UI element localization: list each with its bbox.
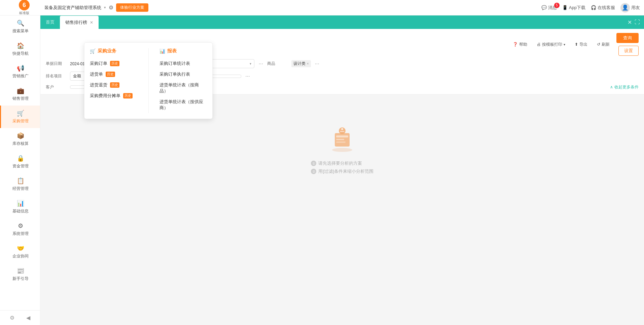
message-icon: 💬 (541, 5, 547, 10)
tab-home-label: 首页 (46, 19, 55, 25)
dropdown-item-inbound-return[interactable]: 进货退货 历史 (90, 80, 138, 90)
print-icon: 🖨 (537, 42, 541, 47)
goods-tag-text: 设计类 (293, 61, 306, 67)
export-button[interactable]: ⬆ 导出 (572, 40, 590, 49)
sidebar-label-quick-nav: 快捷导航 (12, 51, 29, 56)
messages-button[interactable]: 💬 消息 5 (541, 5, 557, 11)
dropdown-label-po-execution: 采购订单执行表 (159, 71, 190, 77)
tab-close-icon[interactable]: ✕ (90, 20, 93, 25)
dropdown-label-inbound-return: 进货退货 (90, 82, 107, 88)
goods-tag-close[interactable]: × (307, 62, 309, 66)
rank-select-value: 金额 (73, 73, 81, 79)
enterprise-icon: 🤝 (17, 245, 24, 252)
dropdown-item-inbound-stats-goods[interactable]: 进货单统计表（按商品） (159, 80, 207, 96)
sidebar-label-operations: 经营管理 (12, 186, 29, 192)
hint-2-num: ② (311, 169, 316, 174)
tab-sales-ranking-label: 销售排行榜 (65, 19, 87, 26)
sidebar-item-inventory[interactable]: 📦 库存核算 (0, 128, 40, 151)
sidebar-label-marketing: 营销推广 (12, 73, 29, 79)
system-dropdown-arrow[interactable]: ▾ (104, 5, 106, 10)
help-label: 帮助 (519, 42, 527, 47)
sidebar-item-guide[interactable]: 📰 新手引导 (0, 263, 40, 286)
main-layout: 🔍 搜索菜单 🏠 快捷导航 📢 营销推广 💼 销售管理 🛒 采购管理 📦 库存核… (0, 15, 644, 325)
purchase-col-title: 🛒 采购业务 (90, 48, 138, 54)
dropdown-item-inbound[interactable]: 进货单 历史 (90, 69, 138, 80)
help-button[interactable]: ❓ 帮助 (510, 40, 530, 49)
report-col-title-text: 报表 (167, 48, 177, 54)
refresh-label: 刷新 (602, 42, 610, 47)
status-select-arrow: ▾ (250, 62, 251, 66)
query-button[interactable]: 查询 (616, 33, 639, 43)
sidebar-item-system[interactable]: ⚙ 系统管理 (0, 218, 40, 241)
sidebar-item-enterprise[interactable]: 🤝 企业协同 (0, 241, 40, 263)
page-content: ❓ 帮助 🖨 按模板打印 ▾ ⬆ 导出 ↺ (40, 29, 644, 325)
capital-icon: 🔒 (17, 155, 24, 162)
online-service-label: 在线客服 (598, 5, 615, 11)
purchase-col: 🛒 采购业务 采购订单 历史 进货单 历史 进货退货 历史 (90, 48, 138, 113)
user-area[interactable]: 👤 用友 (620, 3, 640, 12)
collapse-button[interactable]: ∧ 收起更多条件 (610, 84, 639, 90)
sales-icon: 💼 (17, 87, 24, 94)
export-icon: ⬆ (575, 42, 578, 47)
sidebar-item-quick-nav[interactable]: 🏠 快捷导航 (0, 38, 40, 60)
history-badge-2: 历史 (110, 82, 119, 88)
purchase-icon: 🛒 (17, 110, 24, 117)
sidebar-footer: ⚙ ◀ (0, 310, 40, 325)
salesperson-more-btn[interactable]: ··· (245, 73, 250, 79)
settings-button[interactable]: 设置 (618, 46, 639, 56)
dropdown-item-po-execution[interactable]: 采购订单执行表 (159, 69, 207, 80)
sidebar-item-basic-info[interactable]: 📊 基础信息 (0, 196, 40, 218)
dropdown-item-purchase-order[interactable]: 采购订单 历史 (90, 58, 138, 69)
dropdown-label-inbound-stats-supplier: 进货单统计表（按供应商） (159, 99, 207, 111)
system-settings-icon[interactable]: ⚙ (109, 4, 113, 11)
content-area: 首页 销售排行榜 ✕ ✕ ⛶ ❓ 帮助 (40, 15, 644, 325)
dropdown-item-inbound-stats-supplier[interactable]: 进货单统计表（按供应商） (159, 96, 207, 113)
industry-button[interactable]: 体验行业方案 (116, 3, 148, 12)
purchase-dropdown-menu: 🛒 采购业务 采购订单 历史 进货单 历史 进货退货 历史 (84, 42, 213, 119)
sidebar-settings-icon[interactable]: ⚙ (10, 315, 14, 321)
refresh-button[interactable]: ↺ 刷新 (594, 40, 612, 49)
customer-label: 客户 (46, 84, 66, 90)
dropdown-label-po-stats: 采购订单统计表 (159, 60, 190, 67)
print-button[interactable]: 🖨 按模板打印 ▾ (534, 40, 568, 49)
sidebar-item-marketing[interactable]: 📢 营销推广 (0, 60, 40, 83)
sidebar-item-operations[interactable]: 📋 经营管理 (0, 173, 40, 196)
dropdown-label-purchase-fee: 采购费用分摊单 (90, 93, 120, 99)
tab-home[interactable]: 首页 (40, 15, 60, 29)
sidebar-label-enterprise: 企业协同 (12, 253, 29, 259)
sidebar-item-search[interactable]: 🔍 搜索菜单 (0, 15, 40, 38)
user-name: 用友 (631, 5, 640, 11)
hint-1-text: 请先选择要分析的方案 (318, 160, 362, 166)
dropdown-item-po-stats[interactable]: 采购订单统计表 (159, 58, 207, 69)
dropdown-label-purchase-order: 采购订单 (90, 60, 107, 67)
marketing-icon: 📢 (17, 65, 24, 72)
sidebar-item-capital[interactable]: 🔒 资金管理 (0, 151, 40, 173)
search-icon: 🔍 (17, 19, 24, 27)
status-more-btn[interactable]: ··· (258, 61, 263, 67)
guide-icon: 📰 (17, 267, 24, 275)
online-service-button[interactable]: 🎧 在线客服 (591, 5, 615, 11)
system-icon: ⚙ (18, 222, 23, 230)
history-badge-3: 历史 (123, 93, 133, 98)
logo-icon: 6 (19, 0, 30, 10)
tab-fullscreen-icon[interactable]: ⛶ (635, 19, 640, 25)
top-header: 6 标准版 装备及固定资产辅助管理系统 ▾ ⚙ 体验行业方案 💬 消息 5 📱 … (0, 0, 644, 15)
app-download-button[interactable]: 📱 App下载 (562, 5, 585, 11)
goods-more-btn[interactable]: ··· (315, 61, 319, 67)
sidebar-label-basic-info: 基础信息 (12, 208, 29, 214)
sidebar-collapse-icon[interactable]: ◀ (26, 315, 30, 321)
sidebar: 🔍 搜索菜单 🏠 快捷导航 📢 营销推广 💼 销售管理 🛒 采购管理 📦 库存核… (0, 15, 40, 325)
tab-sales-ranking[interactable]: 销售排行榜 ✕ (60, 16, 99, 29)
inventory-icon: 📦 (17, 132, 24, 139)
sidebar-item-sales[interactable]: 💼 销售管理 (0, 83, 40, 106)
headset-icon: 🎧 (591, 5, 596, 10)
dropdown-item-purchase-fee[interactable]: 采购费用分摊单 历史 (90, 90, 138, 101)
header-right: 💬 消息 5 📱 App下载 🎧 在线客服 👤 用友 (541, 3, 640, 12)
empty-illustration (325, 121, 359, 155)
dropdown-divider (148, 48, 149, 113)
phone-icon: 📱 (562, 5, 568, 10)
sidebar-item-purchase[interactable]: 🛒 采购管理 (0, 106, 40, 128)
operations-icon: 📋 (17, 177, 24, 185)
tab-close-all-icon[interactable]: ✕ (628, 19, 632, 26)
sidebar-label-capital: 资金管理 (12, 163, 29, 169)
